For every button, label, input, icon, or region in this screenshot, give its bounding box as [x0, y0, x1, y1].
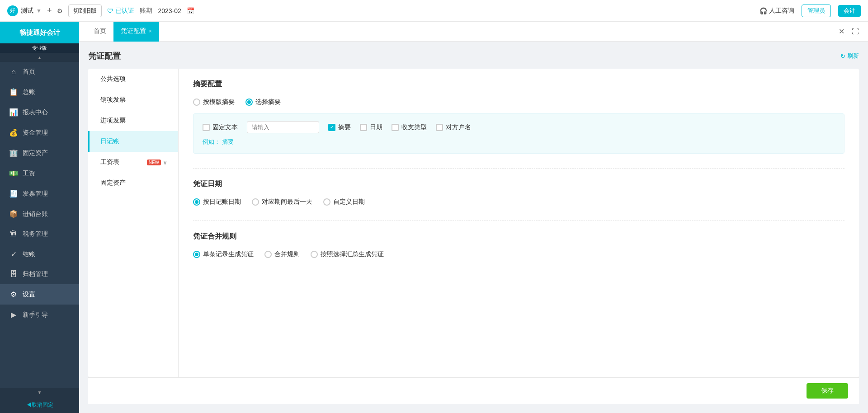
radio-custom-date-icon	[323, 198, 330, 206]
topbar-right: 🎧 人工咨询 管理员 会计	[760, 5, 861, 17]
settings-icon: ⚙	[9, 290, 18, 299]
page-title-row: 凭证配置 ↻ 刷新	[88, 51, 859, 61]
sidebar-item-asset[interactable]: 🏢 固定资产	[0, 143, 79, 163]
left-nav-fixed-asset[interactable]: 固定资产	[88, 173, 178, 193]
sidebar-item-ledger[interactable]: 📋 总账	[0, 82, 79, 102]
radio-template-summary[interactable]: 按模版摘要	[193, 98, 235, 106]
sidebar: 畅捷通好会计 专业版 ▲ ⌂ 首页 📋 总账 📊 报表中心 💰	[0, 22, 79, 413]
company-name: 测试	[21, 7, 33, 15]
settlement-icon: ✓	[9, 250, 18, 258]
radio-merge-rule-icon	[264, 251, 272, 258]
checkbox-fixed-text[interactable]: 固定文本	[203, 123, 238, 131]
left-nav: 公共选项 销项发票 进项发票 日记账 工资表	[88, 69, 179, 377]
report-icon: 📊	[9, 108, 18, 117]
radio-select-summary[interactable]: 选择摘要	[245, 98, 281, 106]
switch-version-button[interactable]: 切到旧版	[68, 5, 102, 17]
radio-journal-date[interactable]: 按日记账日期	[193, 198, 241, 206]
checkbox-income-type[interactable]: 收支类型	[392, 123, 427, 131]
asset-icon: 🏢	[9, 149, 18, 157]
sidebar-item-fund[interactable]: 💰 资金管理	[0, 122, 79, 143]
certified-badge: 🛡 已认证	[107, 7, 134, 15]
checkbox-income-type-box	[392, 124, 399, 131]
sidebar-item-invoice[interactable]: 🧾 发票管理	[0, 183, 79, 204]
checkbox-summary[interactable]: ✓ 摘要	[328, 123, 351, 131]
invoice-icon: 🧾	[9, 189, 18, 198]
tab-voucher-config[interactable]: 凭证配置 ×	[113, 22, 159, 42]
sidebar-item-guide[interactable]: ▶ 新手引导	[0, 305, 79, 325]
page-content: 凭证配置 ↻ 刷新 公共选项 销项发票 进项发票	[79, 42, 868, 413]
fund-icon: 💰	[9, 128, 18, 137]
radio-select-merge[interactable]: 按照选择汇总生成凭证	[311, 250, 384, 258]
company-icon: 好	[7, 5, 18, 16]
admin-button[interactable]: 管理员	[802, 5, 831, 17]
sidebar-item-label-settlement: 结账	[23, 250, 35, 258]
archive-icon: 🗄	[9, 270, 18, 278]
consult-button[interactable]: 🎧 人工咨询	[760, 7, 794, 15]
radio-journal-date-icon	[193, 198, 200, 206]
chevron-down-icon: ∨	[163, 159, 167, 166]
main-layout: 畅捷通好会计 专业版 ▲ ⌂ 首页 📋 总账 📊 报表中心 💰	[0, 22, 868, 413]
headset-icon: 🎧	[760, 7, 767, 14]
period-label: 账期	[140, 7, 152, 15]
content-area: 首页 凭证配置 × ✕ ⛶ 凭证配置 ↻ 刷新	[79, 22, 868, 413]
sidebar-item-sales[interactable]: 📦 进销台账	[0, 204, 79, 224]
content-card: 公共选项 销项发票 进项发票 日记账 工资表	[88, 69, 859, 377]
sidebar-item-label-asset: 固定资产	[23, 149, 48, 157]
period-value: 2023-02	[158, 7, 181, 14]
sidebar-item-label-sales: 进销台账	[23, 210, 48, 218]
date-section: 凭证日期 按日记账日期 对应期间最后一天	[193, 179, 844, 206]
merge-title: 凭证合并规则	[193, 232, 844, 241]
add-icon[interactable]: +	[47, 6, 52, 15]
tab-bar-actions: ✕ ⛶	[837, 25, 861, 38]
pin-button[interactable]: ◀取消固定	[0, 397, 79, 413]
radio-custom-date[interactable]: 自定义日期	[323, 198, 365, 206]
scroll-down-btn[interactable]: ▼	[0, 388, 79, 397]
scroll-up-btn[interactable]: ▲	[0, 53, 79, 62]
left-nav-sales-invoice[interactable]: 销项发票	[88, 89, 178, 110]
radio-period-last[interactable]: 对应期间最后一天	[252, 198, 312, 206]
sidebar-item-report[interactable]: 📊 报表中心	[0, 102, 79, 122]
radio-select-icon	[245, 99, 253, 106]
right-panel: 摘要配置 按模版摘要 选择摘要	[179, 69, 859, 377]
summary-options-box: 固定文本 ✓ 摘要 日期	[193, 113, 844, 154]
checkbox-date[interactable]: 日期	[360, 123, 382, 131]
sidebar-item-salary[interactable]: 💵 工资	[0, 163, 79, 183]
refresh-button[interactable]: ↻ 刷新	[840, 52, 859, 60]
checkbox-row: 固定文本 ✓ 摘要 日期	[203, 121, 835, 133]
radio-single-record[interactable]: 单条记录生成凭证	[193, 250, 254, 258]
sidebar-item-archive[interactable]: 🗄 归档管理	[0, 264, 79, 284]
radio-single-record-icon	[193, 251, 200, 258]
left-nav-payroll[interactable]: 工资表 NEW ∨	[88, 152, 178, 173]
sidebar-item-label-guide: 新手引导	[23, 311, 48, 319]
checkbox-counterparty-box	[436, 124, 443, 131]
checkbox-counterparty[interactable]: 对方户名	[436, 123, 471, 131]
date-title: 凭证日期	[193, 179, 844, 189]
example-text: 例如： 摘要	[203, 138, 835, 146]
company-selector[interactable]: 好 测试 ▼	[7, 5, 42, 16]
tab-home[interactable]: 首页	[86, 22, 113, 42]
sidebar-item-home[interactable]: ⌂ 首页	[0, 62, 79, 82]
left-nav-public[interactable]: 公共选项	[88, 69, 178, 89]
radio-select-merge-icon	[311, 251, 318, 258]
left-nav-purchase-invoice[interactable]: 进项发票	[88, 110, 178, 131]
home-icon: ⌂	[9, 68, 18, 76]
accountant-button[interactable]: 会计	[838, 5, 861, 17]
left-nav-journal[interactable]: 日记账	[88, 131, 178, 152]
new-badge: NEW	[147, 160, 161, 165]
tab-close-icon[interactable]: ×	[149, 28, 152, 34]
expand-button[interactable]: ⛶	[850, 26, 861, 38]
radio-merge-rule[interactable]: 合并规则	[264, 250, 300, 258]
calendar-icon[interactable]: 📅	[187, 7, 194, 14]
sidebar-item-label-tax: 税务管理	[23, 230, 48, 238]
sidebar-item-label-salary: 工资	[23, 169, 35, 178]
fixed-text-input[interactable]	[247, 121, 319, 133]
sidebar-item-settings[interactable]: ⚙ 设置	[0, 284, 79, 305]
close-panel-button[interactable]: ✕	[837, 25, 846, 38]
guide-icon: ▶	[9, 310, 18, 319]
sidebar-item-settlement[interactable]: ✓ 结账	[0, 244, 79, 264]
save-button[interactable]: 保存	[807, 383, 848, 399]
sidebar-item-label-ledger: 总账	[23, 88, 35, 96]
radio-template-icon	[193, 99, 200, 106]
gear-icon[interactable]: ⚙	[57, 7, 63, 14]
sidebar-item-tax[interactable]: 🏛 税务管理	[0, 224, 79, 244]
